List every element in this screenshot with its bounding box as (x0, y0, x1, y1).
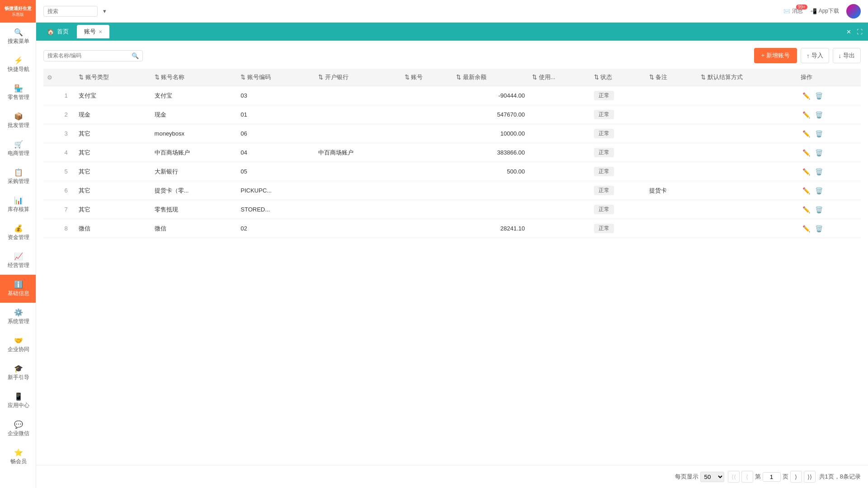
edit-button[interactable]: ✏️ (801, 205, 812, 214)
table-header-bank[interactable]: ⇅ 开户银行 (315, 69, 401, 86)
row-action-cell: ✏️ 🗑️ (797, 86, 861, 105)
sidebar-item-quick-nav[interactable]: ⚡ 快捷导航 (0, 51, 36, 79)
edit-button[interactable]: ✏️ (801, 91, 812, 100)
row-status-cell: 正常 (590, 124, 646, 143)
message-badge: 99+ (796, 5, 807, 9)
vip-icon: ⭐ (14, 448, 23, 457)
table-header-note[interactable]: ⇅ 备注 (646, 69, 698, 86)
edit-button[interactable]: ✏️ (801, 129, 812, 138)
sidebar-item-search-menu[interactable]: 🔍 搜索菜单 (0, 23, 36, 51)
sidebar-item-label: 快捷导航 (8, 66, 29, 73)
topbar-search-input[interactable] (43, 6, 98, 17)
delete-button[interactable]: 🗑️ (813, 91, 825, 100)
row-bank-cell (315, 124, 401, 143)
total-label: 共1页，8条记录 (819, 473, 861, 481)
enterprise-icon: 🤝 (14, 336, 23, 345)
tab-close-icon[interactable]: ✕ (99, 29, 102, 34)
sidebar-item-system-mgmt[interactable]: ⚙️ 系统管理 (0, 303, 36, 331)
row-name-cell: 提货卡（零... (151, 181, 237, 200)
table-header-balance[interactable]: ⇅ 最新余额 (453, 69, 528, 86)
sidebar-item-retail-mgmt[interactable]: 🏪 零售管理 (0, 79, 36, 107)
tab-account[interactable]: 账号 ✕ (77, 25, 109, 38)
import-button[interactable]: ↑ 导入 (801, 48, 829, 63)
sidebar-item-enterprise-agreement[interactable]: 🤝 企业协同 (0, 331, 36, 359)
table-header-status[interactable]: ⇅ 状态 (590, 69, 646, 86)
sidebar-item-basic-info[interactable]: ℹ️ 基础信息 (0, 275, 36, 303)
sidebar-item-wholesale-mgmt[interactable]: 📦 批发管理 (0, 107, 36, 135)
user-avatar[interactable] (846, 4, 861, 19)
ecommerce-icon: 🛒 (14, 140, 23, 149)
sidebar-item-purchase-mgmt[interactable]: 📋 采购管理 (0, 163, 36, 191)
page-input[interactable] (763, 472, 781, 482)
row-account-cell (401, 86, 453, 105)
row-name-cell: 大新银行 (151, 162, 237, 181)
delete-button[interactable]: 🗑️ (813, 205, 825, 214)
row-action-cell: ✏️ 🗑️ (797, 162, 861, 181)
search-icon[interactable]: 🔍 (132, 52, 139, 59)
message-button[interactable]: ✉️ 消息 99+ (783, 7, 803, 15)
edit-button[interactable]: ✏️ (801, 224, 812, 233)
edit-button[interactable]: ✏️ (801, 186, 812, 195)
row-action-cell: ✏️ 🗑️ (797, 143, 861, 162)
first-page-button[interactable]: ⟨⟨ (728, 471, 740, 483)
delete-button[interactable]: 🗑️ (813, 186, 825, 195)
row-name-cell: 微信 (151, 219, 237, 238)
prev-page-button[interactable]: ⟨ (741, 471, 753, 483)
settings-icon[interactable]: ⚙ (47, 74, 52, 81)
row-num-cell: 4 (57, 143, 75, 162)
sidebar-item-vip-member[interactable]: ⭐ 畅会员 (0, 443, 36, 471)
edit-button[interactable]: ✏️ (801, 148, 812, 157)
delete-button[interactable]: 🗑️ (813, 167, 825, 176)
sidebar-item-inventory-check[interactable]: 📊 库存核算 (0, 191, 36, 219)
sidebar-item-capital-mgmt[interactable]: 💰 资金管理 (0, 219, 36, 247)
row-usage-cell (528, 124, 590, 143)
delete-button[interactable]: 🗑️ (813, 148, 825, 157)
wechat-icon: 💬 (14, 420, 23, 429)
export-icon: ↓ (839, 52, 842, 59)
table-header-usage[interactable]: ⇅ 使用... (528, 69, 590, 86)
edit-button[interactable]: ✏️ (801, 167, 812, 176)
row-account-cell (401, 105, 453, 124)
table-row: 7 其它 零售抵现 STORED... 正常 ✏️ 🗑️ (43, 200, 861, 219)
delete-button[interactable]: 🗑️ (813, 110, 825, 119)
export-button[interactable]: ↓ 导出 (833, 48, 861, 63)
edit-button[interactable]: ✏️ (801, 110, 812, 119)
add-account-button[interactable]: + 新增账号 (754, 48, 797, 63)
row-balance-cell: -90444.00 (453, 86, 528, 105)
last-page-button[interactable]: ⟩⟩ (804, 471, 816, 483)
table-header-row: ⚙ ⇅ 账号类型 ⇅ 账号名称 ⇅ 账号编码 ⇅ 开户银行 (43, 69, 861, 86)
topbar-dropdown[interactable]: ▾ (103, 8, 106, 14)
delete-button[interactable]: 🗑️ (813, 224, 825, 233)
row-note-cell (646, 219, 698, 238)
tab-close-all-icon[interactable]: ✕ (846, 28, 851, 35)
table-header-account[interactable]: ⇅ 账号 (401, 69, 453, 86)
page-size-select-input[interactable]: 50 10 20 100 (700, 472, 724, 482)
tab-home[interactable]: 🏠 首页 (40, 25, 76, 38)
row-note-cell: 提货卡 (646, 181, 698, 200)
row-bank-cell (315, 181, 401, 200)
tab-maximize-icon[interactable]: ⛶ (857, 28, 863, 35)
account-search-input[interactable] (47, 52, 132, 59)
sidebar-item-ecommerce-mgmt[interactable]: 🛒 电商管理 (0, 135, 36, 163)
sidebar-item-ops-mgmt[interactable]: 📈 经营管理 (0, 247, 36, 275)
sidebar-item-new-guide[interactable]: 🎓 新手引导 (0, 359, 36, 387)
toolbar-buttons: + 新增账号 ↑ 导入 ↓ 导出 (754, 48, 861, 63)
app-download-button[interactable]: 📲 App下载 (810, 7, 839, 15)
sidebar-item-label: 库存核算 (8, 206, 29, 213)
next-page-button[interactable]: ⟩ (790, 471, 802, 483)
row-bank-cell (315, 86, 401, 105)
logo-text: 畅捷通好生意 (5, 5, 32, 12)
delete-button[interactable]: 🗑️ (813, 129, 825, 138)
row-note-cell (646, 86, 698, 105)
import-icon: ↑ (807, 52, 810, 59)
sidebar-item-enterprise-wechat[interactable]: 💬 企业微信 (0, 415, 36, 443)
wholesale-icon: 📦 (14, 112, 23, 121)
tab-account-label: 账号 (84, 28, 96, 36)
table-header-name[interactable]: ⇅ 账号名称 (151, 69, 237, 86)
table-header-default-settle[interactable]: ⇅ 默认结算方式 (697, 69, 797, 86)
row-account-cell (401, 200, 453, 219)
table-header-type[interactable]: ⇅ 账号类型 (75, 69, 151, 86)
table-header-code[interactable]: ⇅ 账号编码 (237, 69, 315, 86)
row-num-cell: 8 (57, 219, 75, 238)
sidebar-item-app-center[interactable]: 📱 应用中心 (0, 387, 36, 415)
